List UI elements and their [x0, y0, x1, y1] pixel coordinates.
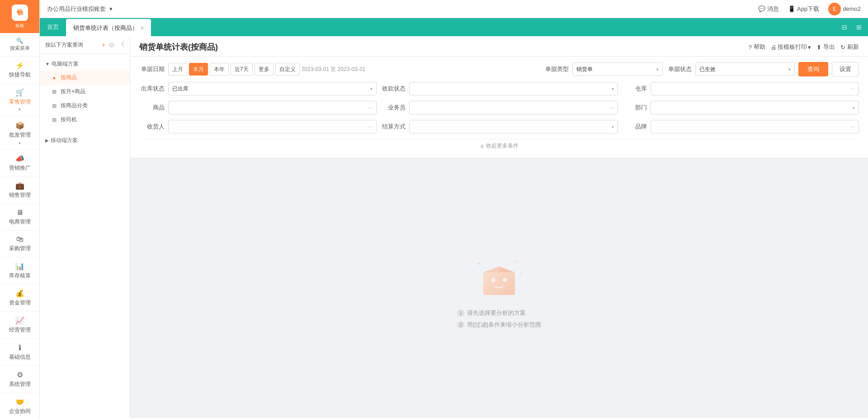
app-download-label: App下载 [797, 5, 819, 13]
filter-row-3: 商品 ··· 业务员 ··· 部门 ▾ [139, 101, 859, 114]
doc-status-value: 已生效 [699, 66, 716, 73]
sidebar-item-system[interactable]: ⚙ 系统管理 [0, 366, 39, 393]
sidebar-item-wholesale[interactable]: 📦 批发管理 ▲ [0, 117, 39, 150]
refresh-icon: ↻ [840, 44, 845, 51]
scheme-month-product[interactable]: ▦ 按月+商品 [40, 85, 130, 99]
sidebar-item-finance[interactable]: 💰 资金管理 [0, 285, 39, 312]
sidebar-item-inventory[interactable]: 📊 库存核算 [0, 257, 39, 285]
page-actions: ? 帮助 🖨 按模板打印 ▾ ⬆ 导出 ↻ 刷新 [749, 43, 859, 51]
date-group: 上月 本月 本年 近7天 更多 自定义 2023-03-01 至 2023-03… [168, 63, 540, 76]
purchase-label: 采购管理 [9, 245, 31, 252]
salesperson-select[interactable]: ··· [409, 101, 618, 114]
refresh-btn[interactable]: ↻ 刷新 [840, 43, 859, 51]
warehouse-select[interactable]: ··· [651, 82, 859, 95]
recipient-select[interactable]: ··· [168, 120, 377, 133]
by-driver-label: 按司机 [61, 116, 77, 124]
dept-label: 部门 [622, 104, 647, 112]
tab-bar: 首页 销货单统计表（按商品） × ⊟ ⊞ [40, 18, 868, 36]
payment-select[interactable]: ▾ [409, 120, 618, 133]
sidebar-item-operations[interactable]: 📈 经营管理 [0, 312, 39, 339]
settings-btn[interactable]: 设置 [832, 62, 859, 76]
date-btn-this-year[interactable]: 本年 [210, 63, 229, 76]
brand-select[interactable]: ··· [651, 120, 859, 133]
sidebar-item-purchase[interactable]: 🛍 采购管理 [0, 231, 39, 257]
left-panel-icons: + ⊙ 《 [102, 41, 124, 49]
tab-home-label: 首页 [47, 23, 59, 31]
doc-type-caret: ▾ [656, 67, 659, 72]
app-download-btn[interactable]: 📱 App下载 [788, 5, 819, 13]
finance-icon: 💰 [15, 289, 24, 298]
tab-minimize-btn[interactable]: ⊟ [839, 22, 850, 33]
refresh-label: 刷新 [847, 43, 859, 51]
content-area: 按以下方案查询 + ⊙ 《 ▼ 电脑端方案 ● 按商品 ▦ 按月 [40, 36, 868, 418]
salesperson-dots: ··· [609, 104, 614, 111]
search-menu[interactable]: 🔍 搜索菜单 [0, 33, 39, 57]
query-btn[interactable]: 查询 [798, 62, 828, 76]
by-category-label: 按商品分类 [61, 102, 88, 109]
header-actions: 💬 消息 📱 App下载 E demo2 [758, 3, 861, 15]
system-label: 系统管理 [9, 380, 31, 388]
tab-home[interactable]: 首页 [40, 18, 66, 36]
help-btn[interactable]: ? 帮助 [749, 43, 765, 51]
collection-select[interactable]: ▾ [409, 82, 618, 95]
out-status-select[interactable]: 已出库 ▾ [168, 82, 377, 95]
date-btn-this-month[interactable]: 本月 [189, 63, 208, 76]
sidebar-item-retail[interactable]: 🛒 零售管理 ▼ [0, 84, 39, 117]
scheme-by-driver[interactable]: ▦ 按司机 [40, 113, 130, 127]
marketing-icon: 📣 [15, 154, 24, 163]
wholesale-icon: 📦 [15, 121, 24, 130]
sidebar-item-basic[interactable]: ℹ 基础信息 [0, 339, 39, 366]
doc-type-select[interactable]: 销货单 ▾ [572, 62, 663, 76]
doc-status-select[interactable]: 已生效 ▾ [695, 62, 795, 76]
sidebar-item-marketing[interactable]: 📣 营销推广 [0, 150, 39, 177]
warehouse-label: 仓库 [622, 85, 647, 93]
doc-status-caret: ▾ [788, 67, 791, 72]
svg-text:✦: ✦ [476, 261, 481, 267]
out-status-value: 已出库 [172, 85, 189, 93]
date-btn-7days[interactable]: 近7天 [231, 63, 253, 76]
settings-scheme-btn[interactable]: ⊙ [109, 41, 114, 48]
filter-row-1: 单据日期 上月 本月 本年 近7天 更多 自定义 2023-03-01 至 20… [139, 62, 859, 76]
sidebar-item-sales[interactable]: 💼 销售管理 [0, 177, 39, 204]
scheme-by-product[interactable]: ● 按商品 [40, 71, 130, 85]
date-btn-prev-month[interactable]: 上月 [168, 63, 187, 76]
recipient-dots: ··· [368, 124, 373, 130]
app-switcher[interactable]: 办公用品行业模拟账套 ▾ [47, 5, 113, 13]
warehouse-dots: ··· [850, 86, 855, 92]
collapse-filter-btn[interactable]: ∧ 收起更多条件 [139, 139, 859, 152]
collapse-icon: ∧ [480, 143, 484, 149]
scheme-by-category[interactable]: ▦ 按商品分类 [40, 99, 130, 113]
sidebar-item-enterprise[interactable]: 🤝 企业协同 [0, 393, 39, 418]
tip-2-text: 用[过滤]条件来缩小分析范围 [467, 321, 541, 329]
svg-marker-2 [499, 266, 515, 272]
user-menu[interactable]: E demo2 [828, 3, 861, 15]
sidebar-item-ecommerce[interactable]: 🖥 电商管理 [0, 204, 39, 231]
date-btn-custom[interactable]: 自定义 [275, 63, 300, 76]
product-select[interactable]: ··· [168, 101, 377, 114]
add-scheme-btn[interactable]: + [102, 41, 105, 48]
tab-close-btn[interactable]: × [141, 25, 144, 31]
tip-1-text: 请先选择要分析的方案 [467, 309, 526, 317]
sidebar-item-quicknav[interactable]: ⚡ 快捷导航 [0, 57, 39, 84]
basic-icon: ℹ [19, 343, 21, 352]
empty-tip-1: 1 请先选择要分析的方案 [457, 309, 541, 317]
payment-caret: ▾ [612, 124, 614, 129]
export-btn[interactable]: ⬆ 导出 [816, 43, 835, 51]
mobile-section-header[interactable]: ▶ 移动端方案 [40, 134, 130, 147]
date-btn-more[interactable]: 更多 [255, 63, 274, 76]
empty-illustration: ✦ ✦ ✦ [472, 247, 526, 302]
tab-sales-stats[interactable]: 销货单统计表（按商品） × [66, 19, 151, 37]
collection-caret: ▾ [612, 86, 614, 91]
print-btn[interactable]: 🖨 按模板打印 ▾ [771, 43, 811, 51]
collapse-panel-btn[interactable]: 《 [118, 41, 124, 49]
message-icon: 💬 [758, 5, 765, 12]
logo-icon: 畅 [12, 5, 28, 21]
dept-select[interactable]: ▾ [651, 101, 859, 114]
enterprise-icon: 🤝 [15, 398, 24, 406]
mobile-section: ▶ 移动端方案 [40, 130, 130, 151]
export-label: 导出 [823, 43, 835, 51]
message-btn[interactable]: 💬 消息 [758, 5, 779, 13]
print-icon: 🖨 [771, 44, 777, 51]
tab-maximize-btn[interactable]: ⊞ [854, 22, 864, 33]
pc-section-header[interactable]: ▼ 电脑端方案 [40, 57, 130, 71]
